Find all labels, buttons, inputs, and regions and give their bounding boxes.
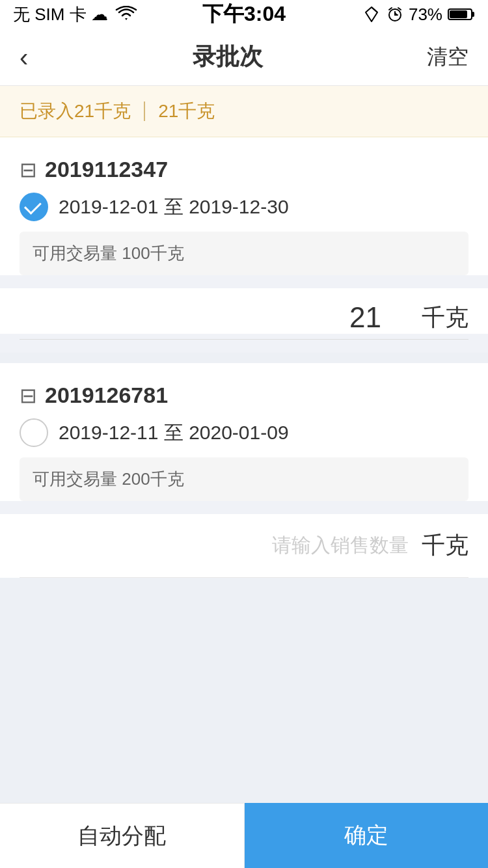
batch-1-header: ⊟ 2019112347 <box>20 157 468 182</box>
bottom-bar: 自动分配 确定 <box>0 803 488 868</box>
section-divider <box>0 353 488 363</box>
batch-2-input-row: 请输入销售数量 千克 <box>20 514 468 578</box>
clear-button[interactable]: 清空 <box>427 43 468 72</box>
batch-2-input-placeholder: 请输入销售数量 <box>20 532 409 559</box>
batch-1-icon: ⊟ <box>20 157 37 182</box>
recorded-quantity: 已录入21千克 <box>20 99 131 124</box>
batch-2-id: 2019126781 <box>45 383 168 408</box>
battery-icon <box>448 7 475 21</box>
battery-percent: 73% <box>409 5 442 25</box>
batch-1-quantity-value: 21 <box>349 301 381 334</box>
status-left: 无 SIM 卡 ☁ <box>13 3 138 26</box>
auto-distribute-button[interactable]: 自动分配 <box>0 803 245 868</box>
batch-2-unit: 千克 <box>422 530 468 562</box>
batch-1-quantity-row: 21 千克 <box>0 288 488 334</box>
batch-1-availability: 可用交易量 100千克 <box>20 232 468 275</box>
location-icon <box>364 6 379 23</box>
banner-divider <box>144 102 145 121</box>
nav-bar: ‹ 录批次 清空 <box>0 29 488 86</box>
svg-rect-2 <box>472 12 474 17</box>
batch-2-input-area: 请输入销售数量 千克 <box>0 514 488 578</box>
batch-2-icon: ⊟ <box>20 383 37 408</box>
batch-1-unit: 千克 <box>422 302 468 334</box>
status-time: 下午3:04 <box>202 0 286 29</box>
svg-rect-3 <box>450 10 467 18</box>
batch-1-underline <box>20 339 468 340</box>
status-right: 73% <box>364 5 475 25</box>
batch-1-id: 2019112347 <box>45 157 168 182</box>
info-banner: 已录入21千克 21千克 <box>0 86 488 137</box>
page-title: 录批次 <box>193 41 263 73</box>
status-bar: 无 SIM 卡 ☁ 下午3:04 73% <box>0 0 488 29</box>
wifi-icon <box>115 6 138 23</box>
confirm-button[interactable]: 确定 <box>245 803 489 868</box>
batch-1-radio[interactable] <box>20 193 48 221</box>
batch-1-date: 2019-12-01 至 2019-12-30 <box>59 194 289 221</box>
batch-2-radio[interactable] <box>20 418 48 447</box>
batch-2-header: ⊟ 2019126781 <box>20 383 468 408</box>
batch-2-availability: 可用交易量 200千克 <box>20 457 468 501</box>
batch-1-card: ⊟ 2019112347 2019-12-01 至 2019-12-30 可用交… <box>0 137 488 275</box>
total-quantity: 21千克 <box>158 99 215 124</box>
sim-text: 无 SIM 卡 ☁ <box>13 3 108 26</box>
batch-1-date-row: 2019-12-01 至 2019-12-30 <box>20 193 468 221</box>
batch-2-card: ⊟ 2019126781 2019-12-11 至 2020-01-09 可用交… <box>0 363 488 501</box>
alarm-icon <box>386 6 403 23</box>
batch-2-date-row: 2019-12-11 至 2020-01-09 <box>20 418 468 447</box>
back-button[interactable]: ‹ <box>20 44 28 70</box>
batch-2-date: 2019-12-11 至 2020-01-09 <box>59 420 289 446</box>
